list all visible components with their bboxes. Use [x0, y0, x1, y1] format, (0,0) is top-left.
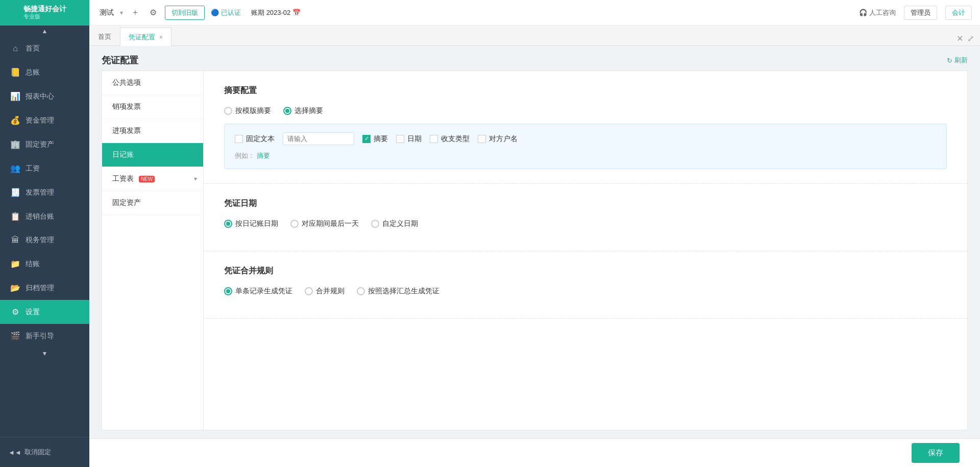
checkbox-payment-type-box	[430, 135, 438, 143]
sidebar-item-label: 发票管理	[26, 188, 54, 197]
radio-select-summary[interactable]: 选择摘要	[283, 106, 323, 115]
config-nav-public[interactable]: 公共选项	[102, 71, 203, 95]
radio-period-last-day[interactable]: 对应期间最后一天	[290, 219, 359, 228]
tab-bar: 首页 凭证配置 × ✕ ⤢	[89, 26, 980, 46]
radio-summary-selected[interactable]: 按照选择汇总生成凭证	[357, 287, 439, 296]
period-label: 账期 2023-02 📅	[251, 8, 301, 17]
sidebar-item-guide[interactable]: 🎬 新手引导	[0, 324, 89, 348]
sidebar-item-tax[interactable]: 🏛 税务管理	[0, 228, 89, 252]
add-icon[interactable]: ＋	[129, 5, 141, 20]
sidebar-item-funds[interactable]: 💰 资金管理	[0, 108, 89, 132]
accountant-button[interactable]: 会计	[945, 6, 972, 20]
page-content: 凭证配置 ↻ 刷新 公共选项 销项发票 进项发票	[89, 46, 980, 438]
archive-icon: 📂	[10, 283, 20, 293]
close-tab-icon[interactable]: ✕	[957, 34, 963, 43]
content-area: 首页 凭证配置 × ✕ ⤢ 凭证配置 ↻ 刷新	[89, 26, 980, 467]
radio-circle-summary-selected	[357, 287, 365, 295]
certified-status: 🔵 已认证	[211, 8, 241, 17]
sidebar-item-reports[interactable]: 📊 报表中心	[0, 84, 89, 108]
checkbox-payment-type[interactable]: 收支类型	[430, 134, 470, 144]
sidebar-item-settings[interactable]: ⚙ 设置	[0, 300, 89, 324]
radio-circle-template	[224, 107, 232, 115]
merge-radio-group: 单条记录生成凭证 合并规则 按照选择汇总生成凭证	[224, 287, 947, 296]
tab-home[interactable]: 首页	[89, 27, 120, 45]
config-nav-salary-sheet[interactable]: 工资表 NEW ▾	[102, 167, 203, 191]
page-title: 凭证配置	[102, 54, 138, 66]
checkbox-date-box	[396, 135, 404, 143]
consult-button[interactable]: 🎧 人工咨询	[859, 8, 896, 17]
sidebar-bottom: ◄◄ 取消固定	[0, 437, 89, 467]
refresh-icon: ↻	[947, 57, 952, 64]
save-button[interactable]: 保存	[912, 443, 960, 463]
checkbox-counterparty-box	[478, 135, 486, 143]
sidebar-item-close[interactable]: 📁 结账	[0, 252, 89, 276]
radio-circle-merge	[305, 287, 313, 295]
checkbox-fixed-text[interactable]: 固定文本	[235, 134, 275, 144]
logo: 畅捷通好会计 专业版	[0, 0, 89, 26]
new-badge: NEW	[139, 176, 155, 182]
checkbox-summary[interactable]: ✓ 摘要	[362, 134, 388, 144]
project-name: 测试	[100, 8, 114, 17]
radio-custom-date[interactable]: 自定义日期	[371, 219, 418, 228]
sidebar-item-label: 总账	[26, 68, 40, 77]
radio-circle-period-last	[290, 220, 299, 228]
radio-single-record[interactable]: 单条记录生成凭证	[224, 287, 292, 296]
refresh-button[interactable]: ↻ 刷新	[947, 56, 968, 65]
expand-tab-icon[interactable]: ⤢	[967, 34, 974, 43]
project-dropdown-icon[interactable]: ▾	[120, 9, 123, 16]
ledger-icon: 📒	[10, 67, 20, 77]
logo-title: 畅捷通好会计	[23, 5, 66, 13]
sidebar: ▲ ⌂ 首页 📒 总账 📊 报表中心 💰 资金管理 🏢 固定资产 👥 工资 🧾 …	[0, 26, 89, 467]
sidebar-item-archive[interactable]: 📂 归档管理	[0, 276, 89, 300]
sidebar-item-label: 结账	[26, 260, 40, 269]
funds-icon: 💰	[10, 115, 20, 125]
config-layout: 公共选项 销项发票 进项发票 日记账 工资表 NEW ▾	[89, 71, 980, 438]
checkbox-summary-box: ✓	[362, 135, 371, 143]
radio-diary-date[interactable]: 按日记账日期	[224, 219, 278, 228]
sidebar-scroll-down[interactable]: ▼	[0, 348, 89, 359]
switch-version-button[interactable]: 切到旧版	[165, 6, 205, 20]
config-nav: 公共选项 销项发票 进项发票 日记账 工资表 NEW ▾	[102, 71, 204, 430]
sidebar-item-ledger[interactable]: 📒 总账	[0, 60, 89, 84]
sidebar-item-label: 报表中心	[26, 92, 54, 101]
summary-radio-group: 按模版摘要 选择摘要	[224, 106, 947, 115]
example-text: 例如： 摘要	[235, 151, 936, 160]
radio-merge-rule[interactable]: 合并规则	[305, 287, 345, 296]
tab-voucher-config[interactable]: 凭证配置 ×	[120, 28, 172, 46]
purchase-sales-icon: 📋	[10, 212, 20, 221]
sidebar-scroll-up[interactable]: ▲	[0, 26, 89, 37]
admin-button[interactable]: 管理员	[904, 6, 937, 20]
page-footer: 保存	[89, 438, 980, 467]
date-radio-group: 按日记账日期 对应期间最后一天 自定义日期	[224, 219, 947, 228]
radio-template-summary[interactable]: 按模版摘要	[224, 106, 271, 115]
close-books-icon: 📁	[10, 259, 20, 269]
checkbox-fixed-text-box	[235, 135, 243, 143]
fixed-text-input[interactable]	[283, 132, 354, 145]
settings-icon[interactable]: ⚙	[148, 6, 159, 19]
summary-section: 摘要配置 按模版摘要 选择摘要	[204, 71, 967, 184]
sidebar-item-label: 税务管理	[26, 236, 54, 245]
config-nav-fixed-assets[interactable]: 固定资产	[102, 191, 203, 215]
salary-icon: 👥	[10, 164, 20, 173]
checkbox-counterparty[interactable]: 对方户名	[478, 134, 518, 144]
sidebar-item-home[interactable]: ⌂ 首页	[0, 37, 89, 60]
invoice-icon: 🧾	[10, 188, 20, 197]
config-nav-purchase-invoice[interactable]: 进项发票	[102, 119, 203, 143]
radio-circle-custom-date	[371, 220, 379, 228]
config-nav-sales-invoice[interactable]: 销项发票	[102, 95, 203, 119]
sidebar-item-label: 进销台账	[26, 212, 54, 221]
cancel-fixed-button[interactable]: ◄◄ 取消固定	[0, 442, 89, 462]
summary-config-box: 固定文本 ✓ 摘要 日期	[224, 124, 947, 169]
sidebar-item-purchase-sales[interactable]: 📋 进销台账	[0, 204, 89, 228]
checkbox-date[interactable]: 日期	[396, 134, 422, 144]
summary-section-title: 摘要配置	[224, 85, 947, 96]
sidebar-item-invoice[interactable]: 🧾 发票管理	[0, 180, 89, 204]
tab-close-icon[interactable]: ×	[159, 34, 163, 41]
chevron-down-icon: ▾	[194, 175, 197, 182]
sidebar-item-salary[interactable]: 👥 工资	[0, 156, 89, 180]
sidebar-item-label: 首页	[26, 44, 40, 53]
sidebar-item-label: 固定资产	[26, 140, 54, 149]
radio-circle-select	[283, 107, 291, 115]
config-nav-diary[interactable]: 日记账	[102, 143, 203, 167]
sidebar-item-fixed-assets[interactable]: 🏢 固定资产	[0, 132, 89, 156]
